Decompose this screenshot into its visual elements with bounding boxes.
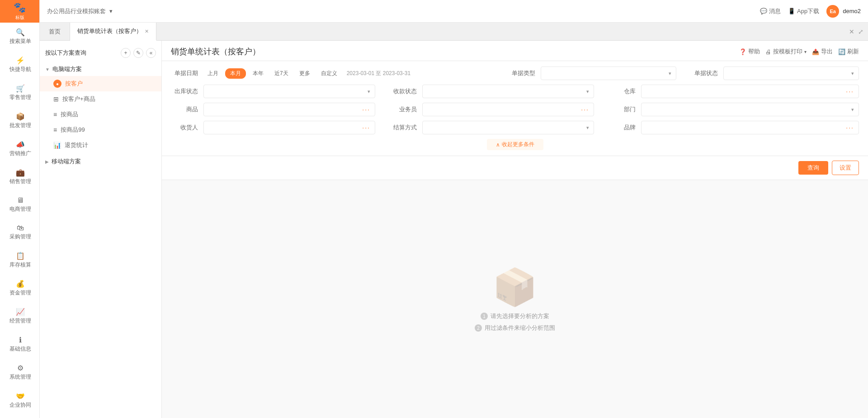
sidebar-item-inventory[interactable]: 📋 库存核算 <box>0 246 39 274</box>
out-status-label: 出库状态 <box>171 87 198 95</box>
sidebar-item-search[interactable]: 🔍 搜索菜单 <box>0 23 39 51</box>
collapse-up-icon: ∧ <box>496 142 500 148</box>
filter-row-1: 单据日期 上月 本月 本年 近7天 更多 自定义 2023-03-01 至 20… <box>171 66 859 80</box>
scheme-by-customer-goods[interactable]: ⊞ 按客户+商品 <box>40 91 161 107</box>
receipt-status-select[interactable]: ▾ <box>422 85 594 98</box>
sidebar-item-basic-info[interactable]: ℹ 基础信息 <box>0 330 39 358</box>
refresh-label: 刷新 <box>847 48 859 56</box>
chart-icon: 📊 <box>53 142 61 149</box>
doc-type-select[interactable]: ▾ <box>541 66 676 80</box>
export-button[interactable]: 📤 导出 <box>812 48 833 56</box>
quick-nav-icon: ⚡ <box>3 56 38 65</box>
filter-row-4: 收货人 ··· 结算方式 ▾ 品牌 ··· <box>171 121 859 134</box>
receiver-select[interactable]: ··· <box>203 121 375 134</box>
department-select[interactable]: ▾ <box>641 103 859 116</box>
date-last-month[interactable]: 上月 <box>203 67 222 80</box>
basic-info-icon: ℹ <box>3 336 38 344</box>
edit-scheme-button[interactable]: ✎ <box>133 48 143 58</box>
sidebar-item-quick-nav[interactable]: ⚡ 快捷导航 <box>0 51 39 79</box>
sidebar-item-operations[interactable]: 📈 经营管理 <box>0 302 39 330</box>
desktop-group-title[interactable]: ▼ 电脑端方案 <box>40 62 161 76</box>
edit-icon: ✎ <box>136 50 141 56</box>
sidebar-item-retail[interactable]: 🛒 零售管理 <box>0 79 39 107</box>
salesperson-select[interactable]: ··· <box>422 103 594 116</box>
warehouse-dots[interactable]: ··· <box>846 88 854 95</box>
sidebar-label-basic-info: 基础信息 <box>9 346 31 352</box>
message-button[interactable]: 💬 消息 <box>760 7 781 15</box>
window-maximize-button[interactable]: ⤢ <box>858 28 863 35</box>
sidebar-item-ecommerce[interactable]: 🖥 电商管理 <box>0 191 39 218</box>
help-button[interactable]: ❓ 帮助 <box>739 48 760 56</box>
user-initials: Ea <box>830 9 836 14</box>
scheme-by-goods99-label: 按商品99 <box>61 126 85 134</box>
scheme-by-goods99[interactable]: ≡ 按商品99 <box>40 122 161 138</box>
scheme-return-stat[interactable]: 📊 退货统计 <box>40 138 161 153</box>
settings-button[interactable]: 设置 <box>832 161 859 175</box>
settlement-arrow-icon: ▾ <box>586 125 589 131</box>
warehouse-select[interactable]: ··· <box>641 85 859 98</box>
tab-sales-stat[interactable]: 销货单统计表（按客户） ✕ <box>70 23 156 41</box>
action-bar: 查询 设置 <box>162 156 868 180</box>
sidebar-label-inventory: 库存核算 <box>9 261 31 268</box>
active-badge: ● <box>53 80 61 88</box>
expand-arrow-mobile-icon: ▶ <box>45 159 49 164</box>
add-scheme-button[interactable]: + <box>121 48 131 58</box>
sidebar-item-finance[interactable]: 💰 资金管理 <box>0 274 39 302</box>
scheme-by-goods[interactable]: ≡ 按商品 <box>40 107 161 122</box>
print-label: 按模板打印 <box>773 48 802 56</box>
collapse-icon: « <box>150 50 153 56</box>
sidebar-item-sales[interactable]: 💼 销售管理 <box>0 163 39 191</box>
print-button[interactable]: 🖨 按模板打印 ▾ <box>765 48 807 56</box>
sidebar-item-new-guide[interactable]: 🎯 新手引导 <box>0 414 39 418</box>
settlement-select[interactable]: ▾ <box>422 121 594 134</box>
breadcrumb-arrow[interactable]: ▾ <box>109 8 113 14</box>
page-actions: ❓ 帮助 🖨 按模板打印 ▾ 📤 导出 🔄 刷新 <box>739 48 859 56</box>
window-close-button[interactable]: ✕ <box>849 28 854 35</box>
goods-select[interactable]: ··· <box>203 103 375 116</box>
inventory-icon: 📋 <box>3 252 38 260</box>
mobile-group-label: 移动端方案 <box>52 157 81 166</box>
date-custom[interactable]: 自定义 <box>317 67 341 80</box>
user-menu[interactable]: Ea demo2 <box>826 5 861 18</box>
mobile-group-title[interactable]: ▶ 移动端方案 <box>40 155 161 168</box>
warehouse-label: 仓库 <box>609 87 636 95</box>
doc-status-select[interactable]: ▾ <box>723 66 859 80</box>
date-more[interactable]: 更多 <box>295 67 314 80</box>
out-status-select[interactable]: ▾ <box>203 85 375 98</box>
receiver-dots[interactable]: ··· <box>362 124 370 131</box>
app-download-button[interactable]: 📱 App下载 <box>788 7 819 15</box>
enterprise-icon: 🤝 <box>3 392 38 400</box>
sidebar-label-finance: 资金管理 <box>9 290 31 296</box>
sales-icon: 💼 <box>3 168 38 177</box>
sidebar-item-wholesale[interactable]: 📦 批发管理 <box>0 107 39 135</box>
sidebar-item-marketing[interactable]: 📣 营销推广 <box>0 135 39 163</box>
message-icon: 💬 <box>760 8 767 14</box>
tab-home[interactable]: 首页 <box>40 23 70 41</box>
brand-dots[interactable]: ··· <box>846 124 854 131</box>
scheme-by-customer[interactable]: ● 按客户 <box>40 76 161 91</box>
content-wrapper: 按以下方案查询 + ✎ « ▼ 电脑端方案 <box>40 41 868 418</box>
collapse-more-button[interactable]: ∧ 收起更多条件 <box>487 139 543 150</box>
salesperson-dots[interactable]: ··· <box>581 106 589 113</box>
sidebar-item-enterprise[interactable]: 🤝 企业协同 <box>0 386 39 414</box>
sidebar-label-operations: 经营管理 <box>9 318 31 324</box>
collapse-panel-button[interactable]: « <box>146 48 156 58</box>
tab-close-button[interactable]: ✕ <box>145 28 149 34</box>
sidebar-item-purchase[interactable]: 🛍 采购管理 <box>0 218 39 246</box>
query-button[interactable]: 查询 <box>798 161 828 175</box>
expand-arrow-icon: ▼ <box>45 67 50 72</box>
window-controls: ✕ ⤢ <box>844 28 868 35</box>
sidebar-label-ecommerce: 电商管理 <box>9 206 31 212</box>
refresh-button[interactable]: 🔄 刷新 <box>838 48 859 56</box>
scheme-by-customer-goods-label: 按客户+商品 <box>62 95 95 103</box>
logo[interactable]: 🐾 标版 <box>0 0 39 23</box>
date-last-7[interactable]: 近7天 <box>270 67 292 80</box>
desktop-group-label: 电脑端方案 <box>52 65 82 73</box>
goods-dots[interactable]: ··· <box>362 106 370 113</box>
sidebar-item-system[interactable]: ⚙ 系统管理 <box>0 358 39 386</box>
list2-icon: ≡ <box>53 126 57 133</box>
date-this-year[interactable]: 本年 <box>249 67 268 80</box>
receiver-label: 收货人 <box>171 124 198 132</box>
brand-select[interactable]: ··· <box>641 121 859 134</box>
date-this-month[interactable]: 本月 <box>225 68 246 79</box>
